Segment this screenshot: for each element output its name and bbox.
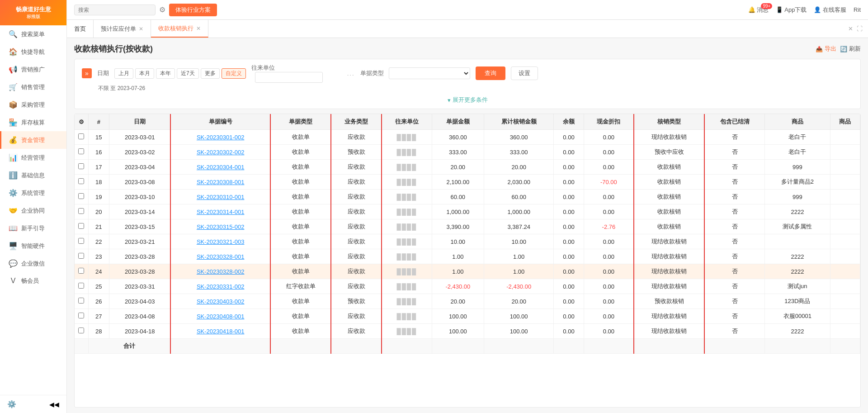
- doc-no-link[interactable]: SK-20230308-001: [197, 179, 245, 185]
- date-btn-more[interactable]: 更多: [201, 68, 220, 79]
- cell-checkbox[interactable]: [75, 264, 88, 279]
- cell-doc-no[interactable]: SK-20230314-001: [170, 204, 270, 219]
- sidebar-item-finance[interactable]: 💰 资金管理: [0, 131, 66, 149]
- sidebar-settings-icon[interactable]: ⚙️: [7, 400, 16, 408]
- refresh-button[interactable]: 🔄 刷新: [840, 45, 861, 53]
- expand-more-button[interactable]: ▾ 展开更多条件: [448, 96, 488, 104]
- sidebar-item-inventory[interactable]: 🏪 库存核算: [0, 114, 66, 131]
- doc-no-link[interactable]: SK-20230304-001: [197, 164, 245, 171]
- tab-home[interactable]: 首页: [67, 20, 94, 38]
- query-button[interactable]: 查询: [476, 66, 505, 80]
- cell-doc-no[interactable]: SK-20230403-002: [170, 294, 270, 309]
- sidebar-item-corp[interactable]: 🤝 企业协同: [0, 202, 66, 219]
- cell-checkbox[interactable]: [75, 279, 88, 294]
- tab-close-all[interactable]: ✕: [848, 25, 853, 32]
- user-info[interactable]: Rit: [854, 6, 861, 13]
- cell-biz-type: 应收款: [331, 130, 382, 145]
- cell-amount: 100.00: [432, 324, 484, 339]
- cell-checkbox[interactable]: [75, 190, 88, 204]
- export-button[interactable]: 📤 导出: [816, 45, 836, 53]
- cell-checkbox[interactable]: [75, 234, 88, 249]
- app-download-link[interactable]: 📱 App下载: [776, 6, 807, 14]
- tab-prepay-close[interactable]: ✕: [139, 26, 143, 32]
- doc-no-link[interactable]: SK-20230418-001: [197, 328, 245, 335]
- doc-type-select[interactable]: [389, 67, 470, 79]
- sidebar-item-basic[interactable]: ℹ️ 基础信息: [0, 166, 66, 184]
- tab-receipts[interactable]: 收款核销执行 ✕: [151, 20, 208, 38]
- date-btn-custom[interactable]: 自定义: [222, 68, 246, 79]
- tab-receipts-close[interactable]: ✕: [196, 25, 201, 32]
- industry-button[interactable]: 体验行业方案: [169, 4, 217, 16]
- sidebar-item-purchase[interactable]: 📦 采购管理: [0, 96, 66, 114]
- cell-doc-no[interactable]: SK-20230315-002: [170, 219, 270, 234]
- date-btn-this-month[interactable]: 本月: [135, 68, 154, 79]
- sidebar-item-sales[interactable]: 🛒 销售管理: [0, 78, 66, 96]
- cell-counterparty: ████: [382, 309, 432, 324]
- col-settings[interactable]: ⚙: [75, 114, 88, 130]
- doc-no-link[interactable]: SK-20230408-001: [197, 313, 245, 320]
- cell-checkbox[interactable]: [75, 160, 88, 175]
- sidebar-item-system[interactable]: ⚙️ 系统管理: [0, 184, 66, 202]
- cell-doc-no[interactable]: SK-20230304-001: [170, 160, 270, 175]
- notification-icon[interactable]: 🔔 99+ 消息: [748, 6, 769, 14]
- cell-doc-no[interactable]: SK-20230310-001: [170, 190, 270, 204]
- cell-doc-no[interactable]: SK-20230301-002: [170, 130, 270, 145]
- cell-doc-no[interactable]: SK-20230328-001: [170, 249, 270, 264]
- cell-doc-no[interactable]: SK-20230321-003: [170, 234, 270, 249]
- gear-icon[interactable]: ⚙: [159, 5, 165, 14]
- date-btn-last-month[interactable]: 上月: [114, 68, 133, 79]
- cell-goods2: [830, 294, 860, 309]
- sidebar-item-quick-nav[interactable]: 🏠 快捷导航: [0, 43, 66, 61]
- cell-doc-no[interactable]: SK-20230408-001: [170, 309, 270, 324]
- doc-no-link[interactable]: SK-20230321-003: [197, 238, 245, 245]
- sidebar-item-operations[interactable]: 📊 经营管理: [0, 149, 66, 166]
- cell-checkbox[interactable]: [75, 145, 88, 160]
- cell-checkbox[interactable]: [75, 249, 88, 264]
- cell-doc-no[interactable]: SK-20230331-002: [170, 279, 270, 294]
- doc-no-link[interactable]: SK-20230328-001: [197, 253, 245, 260]
- cell-checkbox[interactable]: [75, 175, 88, 190]
- cell-checkbox[interactable]: [75, 324, 88, 339]
- search-input[interactable]: [74, 5, 156, 15]
- date-btn-7days[interactable]: 近7天: [177, 68, 199, 79]
- cell-verified-amount: 1.00: [484, 249, 553, 264]
- doc-no-link[interactable]: SK-20230315-002: [197, 223, 245, 230]
- cell-goods: 2222: [765, 204, 830, 219]
- cell-checkbox[interactable]: [75, 130, 88, 145]
- counterparty-input[interactable]: [255, 72, 323, 83]
- doc-no-link[interactable]: SK-20230403-002: [197, 298, 245, 305]
- cell-doc-no[interactable]: SK-20230328-002: [170, 264, 270, 279]
- cell-checkbox[interactable]: [75, 219, 88, 234]
- cell-verified-amount: 3,387.24: [484, 219, 553, 234]
- doc-no-link[interactable]: SK-20230328-002: [197, 268, 245, 275]
- tab-prepay[interactable]: 预计应应付单 ✕: [94, 20, 151, 38]
- sidebar-item-hardware[interactable]: 🖥️ 智能硬件: [0, 237, 66, 255]
- sidebar-item-member[interactable]: V 畅会员: [0, 272, 66, 290]
- cell-checkbox[interactable]: [75, 204, 88, 219]
- doc-no-link[interactable]: SK-20230302-002: [197, 149, 245, 156]
- doc-no-link[interactable]: SK-20230331-002: [197, 283, 245, 290]
- cell-checkbox[interactable]: [75, 294, 88, 309]
- sidebar-item-wechat[interactable]: 💬 企业微信: [0, 255, 66, 272]
- cell-doc-no[interactable]: SK-20230302-002: [170, 145, 270, 160]
- setting-button[interactable]: 设置: [511, 66, 538, 80]
- online-service-link[interactable]: 👤 在线客服: [814, 6, 846, 14]
- table-row: 22 2023-03-21 SK-20230321-003 收款单 应收款 ██…: [75, 234, 860, 249]
- cell-doc-no[interactable]: SK-20230418-001: [170, 324, 270, 339]
- sidebar-item-marketing[interactable]: 📢 营销推广: [0, 61, 66, 78]
- cell-biz-type: 应收款: [331, 160, 382, 175]
- sidebar: 畅康道好生意 标推版 🔍 搜索菜单 🏠 快捷导航 📢 营销推广 🛒 销售管理 📦…: [0, 0, 67, 413]
- doc-no-link[interactable]: SK-20230310-001: [197, 194, 245, 200]
- sidebar-item-guide[interactable]: 📖 新手引导: [0, 219, 66, 237]
- cell-include-settled: 否: [704, 175, 764, 190]
- sidebar-collapse-icon[interactable]: ◀◀: [49, 401, 59, 408]
- doc-no-link[interactable]: SK-20230301-002: [197, 134, 245, 141]
- sidebar-item-search[interactable]: 🔍 搜索菜单: [0, 25, 66, 43]
- doc-no-link[interactable]: SK-20230314-001: [197, 209, 245, 215]
- cell-doc-no[interactable]: SK-20230308-001: [170, 175, 270, 190]
- filter-collapse-button[interactable]: »: [82, 68, 92, 78]
- cell-checkbox[interactable]: [75, 309, 88, 324]
- tab-restore[interactable]: ⛶: [857, 25, 863, 32]
- date-btn-this-year[interactable]: 本年: [156, 68, 175, 79]
- table-row: 26 2023-04-03 SK-20230403-002 收款单 预收款 ██…: [75, 294, 860, 309]
